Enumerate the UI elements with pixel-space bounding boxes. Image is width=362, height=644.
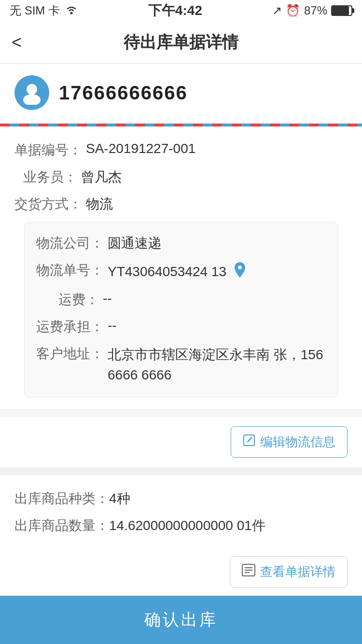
logistics-tracking-label: 物流单号： bbox=[36, 261, 104, 280]
staff-label: 业务员： bbox=[14, 168, 77, 186]
freight-value: -- bbox=[99, 291, 326, 306]
confirm-bar[interactable]: 确认出库 bbox=[0, 596, 362, 644]
section-divider bbox=[0, 467, 362, 475]
view-detail-label: 查看单据详情 bbox=[260, 563, 335, 580]
logistics-tracking-row: 物流单号： YT43064053424 13 bbox=[36, 261, 326, 282]
staff-row: 业务员： 曾凡杰 bbox=[14, 168, 348, 186]
freight-label: 运费： bbox=[36, 291, 99, 309]
freight-bear-label: 运费承担： bbox=[36, 318, 104, 336]
tracking-location-icon[interactable] bbox=[232, 261, 248, 282]
goods-quantity-label: 出库商品数量： bbox=[14, 517, 109, 535]
status-left: 无 SIM 卡 bbox=[10, 3, 78, 18]
goods-types-row: 出库商品种类： 4种 bbox=[14, 490, 348, 508]
user-phone: 17666666666 bbox=[59, 82, 188, 104]
address-label: 客户地址： bbox=[36, 345, 104, 363]
user-avatar-icon bbox=[20, 81, 44, 105]
logistics-company-label: 物流公司： bbox=[36, 234, 104, 252]
address-value: 北京市市辖区海淀区永丰南 张，156 6666 6666 bbox=[104, 345, 326, 385]
goods-types-label: 出库商品种类： bbox=[14, 490, 109, 508]
order-no-value: SA-20191227-001 bbox=[82, 141, 348, 156]
order-info-section: 单据编号： SA-20191227-001 业务员： 曾凡杰 交货方式： 物流 … bbox=[0, 126, 362, 409]
nav-bar: < 待出库单据详情 bbox=[0, 21, 362, 64]
detail-icon bbox=[242, 564, 255, 580]
freight-bear-row: 运费承担： -- bbox=[36, 318, 326, 336]
status-right: ↗ ⏰ 87% bbox=[272, 4, 352, 17]
wifi-icon bbox=[65, 4, 78, 17]
edit-icon bbox=[243, 434, 255, 450]
goods-section: 出库商品种类： 4种 出库商品数量： 14.62000000000000 01件 bbox=[0, 475, 362, 546]
edit-logistics-button[interactable]: 编辑物流信息 bbox=[231, 426, 348, 458]
carrier-label: 无 SIM 卡 bbox=[10, 3, 60, 18]
user-section: 17666666666 bbox=[0, 64, 362, 122]
order-no-label: 单据编号： bbox=[14, 141, 82, 159]
goods-types-value: 4种 bbox=[109, 490, 130, 508]
confirm-button-label: 确认出库 bbox=[144, 609, 218, 631]
delivery-row: 交货方式： 物流 bbox=[14, 195, 348, 213]
battery-icon bbox=[331, 5, 352, 16]
staff-value: 曾凡杰 bbox=[77, 168, 348, 186]
svg-point-1 bbox=[27, 84, 37, 95]
logistics-company-row: 物流公司： 圆通速递 bbox=[36, 234, 326, 252]
svg-point-0 bbox=[70, 12, 73, 14]
logistics-card: 物流公司： 圆通速递 物流单号： YT43064053424 13 运费： -- bbox=[24, 222, 338, 397]
delivery-value: 物流 bbox=[82, 195, 348, 213]
address-row: 客户地址： 北京市市辖区海淀区永丰南 张，156 6666 6666 bbox=[36, 345, 326, 385]
edit-logistics-label: 编辑物流信息 bbox=[260, 434, 335, 450]
order-no-row: 单据编号： SA-20191227-001 bbox=[14, 141, 348, 159]
logistics-tracking-value: YT43064053424 13 bbox=[104, 261, 326, 282]
location-status-icon: ↗ bbox=[272, 4, 282, 17]
goods-quantity-value: 14.62000000000000 01件 bbox=[109, 517, 265, 535]
alarm-icon: ⏰ bbox=[286, 4, 300, 17]
status-bar: 无 SIM 卡 下午4:42 ↗ ⏰ 87% bbox=[0, 0, 362, 21]
view-detail-button[interactable]: 查看单据详情 bbox=[230, 556, 348, 588]
freight-row: 运费： -- bbox=[36, 291, 326, 309]
avatar bbox=[14, 75, 49, 110]
view-detail-row: 查看单据详情 bbox=[0, 546, 362, 597]
back-button[interactable]: < bbox=[12, 32, 22, 53]
logistics-company-value: 圆通速递 bbox=[104, 234, 326, 252]
page-title: 待出库单据详情 bbox=[124, 31, 238, 54]
status-time: 下午4:42 bbox=[148, 1, 202, 20]
goods-quantity-row: 出库商品数量： 14.62000000000000 01件 bbox=[14, 517, 348, 535]
battery-percent: 87% bbox=[304, 4, 327, 17]
delivery-label: 交货方式： bbox=[14, 195, 82, 213]
freight-bear-value: -- bbox=[104, 318, 326, 333]
edit-btn-row: 编辑物流信息 bbox=[0, 417, 362, 467]
svg-point-2 bbox=[23, 94, 41, 105]
